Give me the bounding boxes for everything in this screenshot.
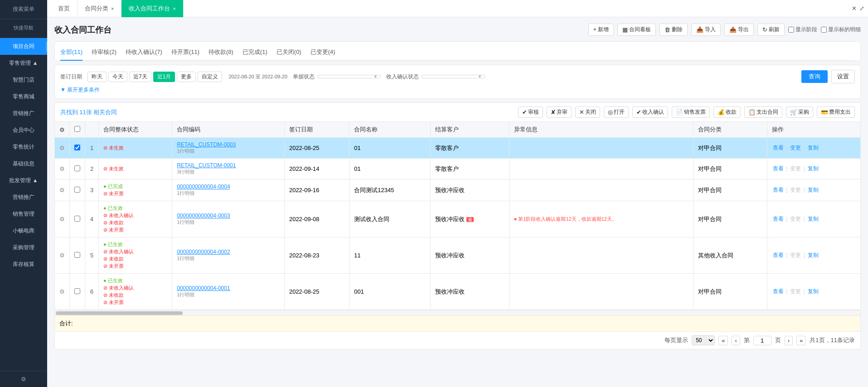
table-action-income-confirm[interactable]: ✔ 收入确认: [632, 106, 668, 118]
date-btn-last7[interactable]: 近7天: [129, 72, 151, 82]
filter-tab-pending-review[interactable]: 待审核(2): [92, 45, 116, 61]
date-btn-custom[interactable]: 自定义: [198, 72, 222, 82]
doc-status-select[interactable]: [317, 75, 381, 78]
sidebar-item-marketing[interactable]: 营销推广: [0, 105, 47, 122]
header-action-add[interactable]: + 新增: [588, 24, 614, 36]
sidebar-item-basic-info[interactable]: 基础信息: [0, 155, 47, 172]
op-btn-变更[interactable]: 变更: [789, 145, 802, 151]
sidebar-item-sales-mgmt[interactable]: 销售管理: [0, 206, 47, 223]
date-btn-last1month[interactable]: 近1月: [153, 72, 175, 82]
table-scroll-container[interactable]: ⚙ 合同整体状态 合同编码 签订日期 合同名称 结算客户 异常信息 合同分类 操…: [55, 122, 860, 331]
sidebar-item-retail-mgmt[interactable]: 零售管理 ▲: [0, 55, 47, 72]
op-btn-复制[interactable]: 复制: [807, 288, 820, 295]
sidebar-item-retail-stats[interactable]: 零售统计: [0, 139, 47, 155]
row-checkbox-2[interactable]: [70, 179, 85, 201]
contract-code-link[interactable]: 0000000000004-0004: [177, 184, 280, 190]
table-action-payment[interactable]: 💰 收款: [713, 106, 741, 118]
row-checkbox-4[interactable]: [70, 237, 85, 274]
sidebar-item-wholesale-mgmt[interactable]: 批发管理 ▲: [0, 172, 47, 189]
table-action-expense[interactable]: 💳 费用支出: [817, 106, 855, 118]
last-page-btn[interactable]: »: [796, 336, 806, 345]
row-gear-4[interactable]: ⚙: [55, 237, 70, 274]
table-action-sales-invoice[interactable]: 📄 销售发票: [672, 106, 710, 118]
sidebar-item-project[interactable]: 项目合同: [0, 38, 47, 55]
op-btn-复制[interactable]: 复制: [807, 145, 820, 151]
header-action-kanban[interactable]: ▦合同看板: [617, 24, 656, 36]
sidebar-item-smart-store[interactable]: 智慧门店: [0, 72, 47, 88]
sidebar-item-member[interactable]: 会员中心: [0, 122, 47, 139]
table-action-review[interactable]: ✔ 审核: [518, 106, 543, 118]
row-gear-3[interactable]: ⚙: [55, 201, 70, 237]
contract-code-link[interactable]: 0000000000004-0001: [177, 285, 280, 291]
tab-contract-category[interactable]: 合同分类×: [78, 0, 121, 17]
header-action-import[interactable]: 📥导入: [691, 24, 721, 36]
page-input[interactable]: [753, 336, 771, 345]
income-confirm-select[interactable]: [422, 75, 485, 78]
row-checkbox-5[interactable]: [70, 274, 85, 310]
show-stage-checkbox[interactable]: [788, 27, 794, 33]
header-action-refresh[interactable]: ↻刷新: [757, 24, 785, 36]
horizontal-scrollbar[interactable]: [55, 310, 860, 315]
contract-code-link[interactable]: RETAIL_CUSTOM-0001: [177, 162, 280, 169]
sidebar-item-retail-mall[interactable]: 零售商城: [0, 88, 47, 105]
col-gear[interactable]: ⚙: [55, 122, 70, 138]
tab-close-income-workbench[interactable]: ×: [173, 6, 175, 11]
header-action-show-detail[interactable]: 显示标的明细: [821, 26, 861, 34]
next-page-btn[interactable]: ›: [785, 336, 793, 345]
row-checkbox-3[interactable]: [70, 201, 85, 237]
date-btn-yesterday[interactable]: 昨天: [87, 72, 107, 82]
contract-code-link[interactable]: RETAIL_CUSTOM-0003: [177, 141, 280, 148]
filter-tab-all[interactable]: 全部(11): [60, 45, 82, 61]
op-btn-查看[interactable]: 查看: [772, 216, 785, 222]
header-action-export[interactable]: 📤导出: [724, 24, 754, 36]
op-btn-查看[interactable]: 查看: [772, 145, 785, 151]
row-gear-2[interactable]: ⚙: [55, 179, 70, 201]
filter-tab-changed[interactable]: 已变更(4): [310, 45, 335, 61]
row-gear-1[interactable]: ⚙: [55, 159, 70, 179]
prev-page-btn[interactable]: ‹: [732, 336, 740, 345]
header-action-delete[interactable]: 🗑删除: [659, 24, 688, 36]
row-checkbox-0[interactable]: [70, 138, 85, 159]
row-gear-5[interactable]: ⚙: [55, 274, 70, 310]
date-btn-today[interactable]: 今天: [108, 72, 127, 82]
contract-code-link[interactable]: 0000000000004-0002: [177, 249, 280, 255]
page-size-select[interactable]: 50 100 200: [692, 335, 715, 345]
sidebar-item-marketing2[interactable]: 营销推广: [0, 189, 47, 206]
header-action-show-stage[interactable]: 显示阶段: [788, 26, 817, 34]
sidebar-search[interactable]: 搜索菜单: [0, 0, 47, 19]
expand-conditions-btn[interactable]: ▼ 展开更多条件: [60, 87, 100, 93]
close-window-icon[interactable]: ✕: [852, 5, 857, 12]
op-btn-复制[interactable]: 复制: [807, 165, 820, 172]
table-action-out-contract[interactable]: 📋 支出合同: [744, 106, 782, 118]
op-btn-查看[interactable]: 查看: [772, 165, 785, 172]
table-action-close[interactable]: ✕ 关闭: [575, 106, 600, 118]
setting-button[interactable]: 设置: [831, 70, 855, 83]
sidebar-settings[interactable]: ⚙: [0, 371, 47, 387]
op-btn-复制[interactable]: 复制: [807, 187, 820, 193]
op-btn-查看[interactable]: 查看: [772, 252, 785, 258]
select-all-checkbox[interactable]: [74, 126, 80, 132]
sidebar-item-xiaochu[interactable]: 小畅电商: [0, 223, 47, 239]
filter-tab-pending-confirm[interactable]: 待收入确认(7): [126, 45, 162, 61]
filter-tab-pending-payment[interactable]: 待收款(8): [209, 45, 233, 61]
op-btn-复制[interactable]: 复制: [807, 252, 820, 258]
tab-home[interactable]: 首页: [51, 0, 78, 17]
tab-bar-right[interactable]: ✕ ⤢: [852, 5, 864, 12]
sidebar-item-purchase[interactable]: 采购管理: [0, 239, 47, 256]
date-btn-more[interactable]: 更多: [177, 72, 196, 82]
row-gear-0[interactable]: ⚙: [55, 138, 70, 159]
resize-icon[interactable]: ⤢: [859, 5, 864, 12]
first-page-btn[interactable]: «: [718, 336, 728, 345]
show-detail-checkbox[interactable]: [821, 27, 827, 33]
op-btn-查看[interactable]: 查看: [772, 187, 785, 193]
filter-tab-pending-invoice[interactable]: 待开票(11): [171, 45, 199, 61]
row-checkbox-1[interactable]: [70, 159, 85, 179]
op-btn-查看[interactable]: 查看: [772, 288, 785, 295]
sidebar-item-inventory[interactable]: 库存核算: [0, 256, 47, 273]
tab-income-workbench[interactable]: 收入合同工作台×: [121, 0, 183, 17]
filter-tab-done[interactable]: 已完成(1): [242, 45, 267, 61]
table-action-open[interactable]: ◎ 打开: [604, 106, 629, 118]
table-action-purchase[interactable]: 🛒 采购: [786, 106, 813, 118]
op-btn-复制[interactable]: 复制: [807, 216, 820, 222]
table-action-abandon[interactable]: ✘ 弃审: [547, 106, 572, 118]
